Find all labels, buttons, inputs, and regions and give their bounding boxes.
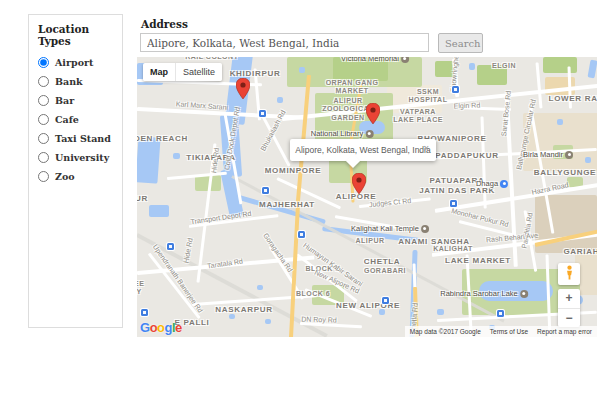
poi-label: Dhaga (476, 179, 508, 188)
search-button[interactable]: Search (438, 33, 483, 53)
transit-icon[interactable] (262, 187, 269, 194)
location-type-label[interactable]: Zoo (55, 171, 75, 182)
map-shape (587, 60, 597, 79)
location-type-item: Bar (38, 95, 118, 106)
info-window-text: Alipore, Kolkata, West Bengal, India (295, 145, 430, 155)
google-logo-letter: g (165, 320, 172, 335)
area-label: KALIGHAT (433, 245, 473, 253)
location-types-panel: Location Types AirportBankBarCafeTaxi St… (28, 14, 123, 328)
map-shape (299, 67, 305, 73)
area-label: Y (137, 288, 142, 296)
zoom-out-button[interactable]: − (558, 309, 580, 328)
transit-icon[interactable] (298, 231, 305, 238)
marker-alipore[interactable] (352, 173, 366, 194)
map-type-control: Map Satellite (143, 63, 222, 81)
area-label: RAIL COLONY (185, 57, 239, 61)
poi-icon[interactable] (520, 290, 528, 298)
panel-title: Location Types (38, 23, 118, 47)
map-shape (469, 63, 475, 70)
area-label: ORPAN GANGMARKET (326, 79, 379, 96)
map-canvas[interactable]: RAIL COLONYKHIDIRPURORPAN GANGMARKETSSKM… (137, 57, 597, 337)
area-label: SSKMHOSPITAL (409, 88, 448, 105)
map-shape (543, 57, 577, 73)
area-label: NEW ALIPORE (336, 301, 400, 311)
transit-icon[interactable] (259, 110, 266, 117)
area-label: VATPARALAKE PLACE (393, 108, 443, 125)
radio-university[interactable] (38, 152, 49, 163)
location-type-item: Taxi Stand (38, 133, 118, 144)
map-data-text: Map data ©2017 Google (410, 328, 481, 335)
radio-cafe[interactable] (38, 114, 49, 125)
poi-icon[interactable] (401, 57, 409, 63)
area-label: EKBALPUR (137, 194, 148, 204)
transit-icon[interactable] (452, 86, 459, 93)
map-shape (277, 97, 283, 103)
area-label: NASKARPUR (215, 305, 272, 315)
location-type-label[interactable]: Taxi Stand (55, 133, 111, 144)
road-label: Hide Rd (210, 148, 220, 174)
info-window: Alipore, Kolkata, West Bengal, India × (290, 139, 436, 161)
location-type-label[interactable]: Airport (55, 57, 93, 68)
area-label: GARIAHAT (563, 247, 597, 257)
poi-label-text: Kalighat Kali Temple (351, 224, 419, 233)
zoom-in-button[interactable]: + (558, 289, 580, 309)
poi-icon[interactable] (500, 180, 508, 188)
poi-label: National Library (311, 129, 374, 138)
radio-bar[interactable] (38, 95, 49, 106)
transit-icon[interactable] (450, 200, 457, 207)
location-type-item: Cafe (38, 114, 118, 125)
area-label: CHETLA (364, 257, 401, 267)
address-input[interactable] (140, 33, 429, 52)
location-type-label[interactable]: University (55, 152, 109, 163)
area-label: LOWER RAWDON (549, 94, 597, 104)
pegman-button[interactable] (558, 263, 580, 285)
road-label: Taratala Rd (207, 258, 243, 270)
poi-icon[interactable] (565, 151, 573, 159)
transit-icon[interactable] (497, 310, 504, 317)
poi-label: Victoria Memorial (341, 57, 409, 63)
report-error-link[interactable]: Report a map error (537, 328, 592, 335)
transit-icon[interactable] (167, 243, 174, 250)
area-label: MOMINPORE (265, 166, 322, 176)
area-label: GARDEN REACH (137, 134, 188, 144)
map-attribution: Map data ©2017 Google Terms of Use Repor… (405, 326, 597, 337)
map-shape (149, 205, 169, 217)
location-type-label[interactable]: Bar (55, 95, 74, 106)
poi-label: Rabindra Sarobar Lake (440, 289, 528, 298)
location-type-item: Airport (38, 57, 118, 68)
map-shape (585, 157, 591, 163)
road-label: DN Roy Rd (301, 315, 337, 323)
radio-bank[interactable] (38, 76, 49, 87)
marker-zoological-garden[interactable] (366, 103, 380, 124)
google-logo[interactable]: Google (140, 320, 182, 335)
google-logo-letter: e (175, 320, 182, 335)
transit-icon[interactable] (382, 297, 389, 304)
map-button[interactable]: Map (143, 63, 175, 81)
poi-icon[interactable] (365, 130, 373, 138)
satellite-button[interactable]: Satellite (175, 63, 222, 81)
google-logo-letter: G (140, 320, 150, 335)
poi-label-text: Rabindra Sarobar Lake (440, 289, 518, 298)
map-shape (257, 285, 263, 290)
location-type-item: Bank (38, 76, 118, 87)
pegman-icon (563, 265, 576, 284)
area-label: ALIPUR (355, 237, 384, 245)
area-label: GORABARI (364, 267, 406, 275)
road-label: Hide Rd (182, 237, 193, 263)
location-type-label[interactable]: Cafe (55, 114, 79, 125)
transit-icon[interactable] (141, 309, 148, 316)
marker-khidirpur[interactable] (236, 78, 250, 99)
poi-icon[interactable] (421, 225, 429, 233)
poi-label-text: Birla Mandir (523, 150, 563, 159)
terms-link[interactable]: Terms of Use (490, 328, 528, 335)
radio-airport[interactable] (38, 57, 49, 68)
area-label: LAKE MARKET (445, 256, 511, 266)
poi-label-text: Dhaga (476, 179, 498, 188)
radio-zoo[interactable] (38, 171, 49, 182)
map-shape (229, 314, 235, 319)
location-type-label[interactable]: Bank (55, 76, 83, 87)
area-label: BALLYGUNGE (534, 168, 596, 178)
close-icon[interactable]: × (423, 144, 429, 154)
poi-label-text: Victoria Memorial (341, 57, 399, 63)
radio-taxi-stand[interactable] (38, 133, 49, 144)
